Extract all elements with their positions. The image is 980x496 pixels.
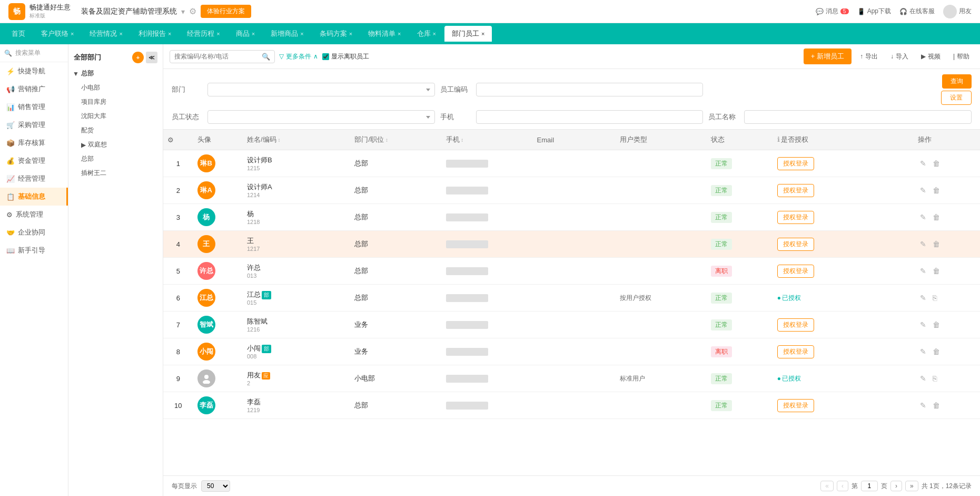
edit-btn-1[interactable]: ✎ bbox=[918, 158, 928, 169]
add-employee-btn[interactable]: + 新增员工 bbox=[804, 48, 852, 64]
tab-bom-close[interactable]: × bbox=[398, 31, 401, 37]
tab-customer-close[interactable]: × bbox=[71, 31, 74, 37]
prev-page-btn[interactable]: ‹ bbox=[837, 481, 848, 491]
delete-btn-7[interactable]: 🗑 bbox=[930, 319, 942, 330]
sidebar-item-guide[interactable]: 📖 新手引导 bbox=[0, 241, 68, 259]
tree-node-6[interactable]: 总部 bbox=[68, 152, 163, 166]
tab-history[interactable]: 经营历程 × bbox=[180, 26, 227, 42]
copy-btn-9[interactable]: ⎘ bbox=[930, 373, 939, 384]
tab-warehouse[interactable]: 仓库 × bbox=[410, 26, 443, 42]
delete-btn-2[interactable]: 🗑 bbox=[930, 185, 942, 196]
dropdown-icon[interactable]: ▾ bbox=[181, 7, 185, 16]
filter-code-input[interactable] bbox=[476, 83, 704, 96]
auth-btn-10[interactable]: 授权登录 bbox=[777, 399, 814, 412]
edit-btn-3[interactable]: ✎ bbox=[918, 212, 928, 222]
tab-add-goods[interactable]: 新增商品 × bbox=[263, 26, 311, 42]
search-input[interactable] bbox=[174, 53, 259, 60]
tab-goods-close[interactable]: × bbox=[252, 31, 255, 37]
trial-btn[interactable]: 体验行业方案 bbox=[201, 5, 251, 18]
settings-icon[interactable]: ⚙ bbox=[189, 6, 196, 16]
last-page-btn[interactable]: » bbox=[905, 481, 918, 491]
next-page-btn[interactable]: › bbox=[890, 481, 902, 491]
tab-operations-close[interactable]: × bbox=[119, 31, 122, 37]
tab-profit[interactable]: 利润报告 × bbox=[131, 26, 179, 42]
sidebar-item-inventory[interactable]: 📦 库存核算 bbox=[0, 134, 68, 152]
import-btn[interactable]: ↓ 导入 bbox=[886, 50, 913, 63]
auth-btn-4[interactable]: 授权登录 bbox=[777, 238, 814, 251]
tree-node-5[interactable]: ▶ 双庭想 bbox=[68, 138, 163, 152]
tree-node-1[interactable]: 小电部 bbox=[68, 81, 163, 95]
tree-node-7[interactable]: 插树王二 bbox=[68, 166, 163, 180]
auth-btn-3[interactable]: 授权登录 bbox=[777, 211, 814, 224]
show-resigned-input[interactable] bbox=[322, 53, 329, 60]
tab-history-close[interactable]: × bbox=[216, 31, 220, 37]
edit-btn-10[interactable]: ✎ bbox=[918, 400, 928, 411]
tab-barcode[interactable]: 条码方案 × bbox=[312, 26, 360, 42]
set-btn[interactable]: 设置 bbox=[941, 91, 972, 105]
online-service-btn[interactable]: 🎧 在线客服 bbox=[899, 7, 935, 16]
edit-btn-5[interactable]: ✎ bbox=[918, 266, 928, 276]
edit-btn-2[interactable]: ✎ bbox=[918, 185, 928, 196]
message-btn[interactable]: 💬 消息 5 bbox=[816, 7, 849, 16]
tree-node-head[interactable]: ▼ 总部 bbox=[68, 66, 163, 81]
filter-phone-input[interactable] bbox=[476, 110, 704, 124]
delete-btn-8[interactable]: 🗑 bbox=[930, 346, 942, 357]
tab-home[interactable]: 首页 bbox=[4, 26, 33, 42]
search-box[interactable]: 🔍 bbox=[170, 50, 275, 63]
th-phone[interactable]: 手机 bbox=[442, 130, 533, 150]
sidebar-search[interactable]: 🔍 搜索菜单 bbox=[0, 44, 68, 62]
edit-btn-7[interactable]: ✎ bbox=[918, 319, 928, 330]
delete-btn-10[interactable]: 🗑 bbox=[930, 400, 942, 411]
show-resigned-checkbox[interactable]: 显示离职员工 bbox=[322, 52, 369, 61]
export-btn[interactable]: ↑ 导出 bbox=[856, 50, 882, 63]
edit-btn-8[interactable]: ✎ bbox=[918, 346, 928, 357]
th-name[interactable]: 姓名/编码 bbox=[243, 130, 350, 150]
app-download-btn[interactable]: 📱 App下载 bbox=[857, 7, 891, 16]
tab-warehouse-close[interactable]: × bbox=[433, 31, 436, 37]
sidebar-item-marketing[interactable]: 📢 营销推广 bbox=[0, 80, 68, 98]
help-btn[interactable]: | 帮助 bbox=[949, 50, 974, 63]
sidebar-item-basic-info[interactable]: 📋 基础信息 bbox=[0, 188, 68, 206]
sidebar-item-operations[interactable]: 📈 经营管理 bbox=[0, 170, 68, 188]
sidebar-item-collab[interactable]: 🤝 企业协同 bbox=[0, 223, 68, 241]
auth-btn-7[interactable]: 授权登录 bbox=[777, 318, 814, 332]
sidebar-item-purchase[interactable]: 🛒 采购管理 bbox=[0, 116, 68, 134]
view-btn[interactable]: ▶ 视频 bbox=[917, 50, 945, 63]
more-filter-btn[interactable]: ▽ 更多条件 ∧ bbox=[279, 52, 318, 61]
tab-bom[interactable]: 物料清单 × bbox=[361, 26, 408, 42]
page-input[interactable] bbox=[861, 481, 878, 491]
sidebar-item-finance[interactable]: 💰 资金管理 bbox=[0, 152, 68, 170]
filter-status-select[interactable] bbox=[207, 110, 435, 124]
th-dept[interactable]: 部门/职位 bbox=[350, 130, 441, 150]
auth-btn-8[interactable]: 授权登录 bbox=[777, 345, 814, 358]
th-settings[interactable]: ⚙ bbox=[163, 130, 193, 150]
tree-add-btn[interactable]: + bbox=[132, 52, 144, 63]
first-page-btn[interactable]: « bbox=[820, 481, 834, 491]
tab-profit-close[interactable]: × bbox=[168, 31, 171, 37]
auth-btn-2[interactable]: 授权登录 bbox=[777, 184, 814, 197]
edit-btn-9[interactable]: ✎ bbox=[918, 373, 928, 384]
user-avatar-btn[interactable]: 用友 bbox=[943, 5, 972, 18]
auth-btn-5[interactable]: 授权登录 bbox=[777, 265, 814, 278]
sidebar-item-sales[interactable]: 📊 销售管理 bbox=[0, 98, 68, 116]
delete-btn-3[interactable]: 🗑 bbox=[930, 212, 942, 222]
sidebar-item-system[interactable]: ⚙ 系统管理 bbox=[0, 206, 68, 223]
tab-add-goods-close[interactable]: × bbox=[300, 31, 303, 37]
tab-operations[interactable]: 经营情况 × bbox=[82, 26, 130, 42]
copy-btn-6[interactable]: ⎘ bbox=[930, 293, 939, 303]
tab-barcode-close[interactable]: × bbox=[349, 31, 352, 37]
auth-btn-1[interactable]: 授权登录 bbox=[777, 157, 814, 170]
tab-employees[interactable]: 部门员工 × bbox=[444, 26, 492, 42]
filter-name-input[interactable] bbox=[744, 110, 972, 124]
delete-btn-5[interactable]: 🗑 bbox=[930, 266, 942, 276]
edit-btn-6[interactable]: ✎ bbox=[918, 293, 928, 303]
delete-btn-4[interactable]: 🗑 bbox=[930, 239, 942, 249]
query-btn[interactable]: 查询 bbox=[942, 74, 972, 89]
tree-collapse-btn[interactable]: ≪ bbox=[146, 52, 157, 63]
edit-btn-4[interactable]: ✎ bbox=[918, 239, 928, 249]
tree-node-3[interactable]: 沈阳大库 bbox=[68, 109, 163, 123]
tab-customer[interactable]: 客户联络 × bbox=[34, 26, 81, 42]
delete-btn-1[interactable]: 🗑 bbox=[930, 158, 942, 169]
tab-goods[interactable]: 商品 × bbox=[229, 26, 262, 42]
sidebar-item-quick-nav[interactable]: ⚡ 快捷导航 bbox=[0, 62, 68, 80]
